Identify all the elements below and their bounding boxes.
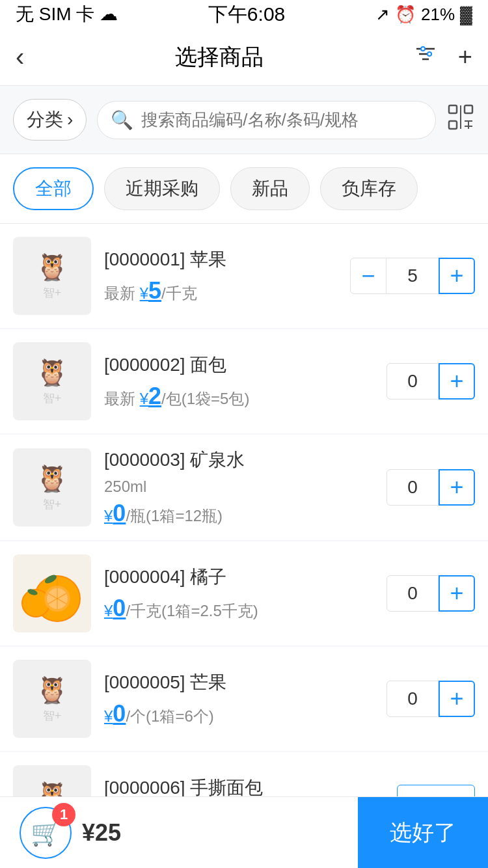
placeholder-image: 🦉 智+ xyxy=(13,660,91,738)
cart-button[interactable]: 1 🛒 xyxy=(20,807,72,859)
price-label: 最新 xyxy=(104,284,140,302)
product-price: ¥0/个(1箱=6个) xyxy=(104,700,373,727)
status-network: 无 SIM 卡 ☁ xyxy=(16,2,118,27)
owl-text: 智+ xyxy=(43,708,62,724)
quantity-input[interactable] xyxy=(386,363,439,400)
product-image: 🦉 智+ xyxy=(13,660,91,738)
price-currency: ¥ xyxy=(104,507,113,524)
cart-badge: 1 xyxy=(52,803,75,826)
product-info: [0000002] 面包 最新 ¥2/包(1袋=5包) xyxy=(104,353,373,410)
increase-button[interactable]: + xyxy=(439,363,475,400)
placeholder-image: 🦉 智+ xyxy=(13,237,91,315)
price-value: 2 xyxy=(148,383,161,409)
price-value: 5 xyxy=(148,277,161,304)
increase-button[interactable]: + xyxy=(439,575,475,612)
owl-text: 智+ xyxy=(43,390,62,406)
nav-actions: + xyxy=(414,42,472,72)
increase-button[interactable]: + xyxy=(439,681,475,717)
price-label: 最新 xyxy=(104,390,140,407)
cart-section: 1 🛒 ¥25 xyxy=(0,807,358,859)
product-price: ¥0/千克(1箱=2.5千克) xyxy=(104,595,373,622)
product-quantity: + xyxy=(386,681,475,717)
list-item: 🦉 智+ [0000002] 面包 最新 ¥2/包(1袋=5包) + xyxy=(0,329,488,433)
product-price: ¥0/瓶(1箱=12瓶) xyxy=(104,500,373,527)
product-quantity: + xyxy=(386,575,475,612)
filter-icon[interactable] xyxy=(414,42,437,72)
battery-level: 21% xyxy=(421,5,455,25)
tab-new[interactable]: 新品 xyxy=(230,167,310,210)
svg-rect-5 xyxy=(449,105,457,113)
quantity-input[interactable] xyxy=(386,575,439,612)
owl-icon: 🦉 xyxy=(36,252,68,282)
price-unit: /包(1袋=5包) xyxy=(161,390,249,407)
product-info: [0000004] 橘子 ¥0/千克(1箱=2.5千克) xyxy=(104,565,373,622)
product-quantity: + xyxy=(386,363,475,400)
product-image xyxy=(13,554,91,632)
status-time: 下午6:08 xyxy=(208,1,285,28)
product-name: [0000003] 矿泉水 xyxy=(104,448,373,472)
product-quantity: − + xyxy=(350,258,475,294)
list-item: 🦉 智+ [0000001] 苹果 最新 ¥5/千克 − + xyxy=(0,224,488,328)
orange-svg xyxy=(13,554,91,632)
search-section: 分类 › 🔍 xyxy=(0,86,488,154)
decrease-button[interactable]: − xyxy=(350,258,386,294)
quantity-input[interactable] xyxy=(386,469,439,506)
svg-rect-7 xyxy=(449,121,457,129)
cart-total: ¥25 xyxy=(82,819,121,847)
owl-text: 智+ xyxy=(43,496,62,512)
product-name: [0000005] 芒果 xyxy=(104,670,373,695)
price-value: 0 xyxy=(113,595,126,621)
tab-negative-stock[interactable]: 负库存 xyxy=(320,167,418,210)
placeholder-image: 🦉 智+ xyxy=(13,448,91,526)
page-title: 选择商品 xyxy=(175,42,264,72)
bottom-bar: 1 🛒 ¥25 选好了 xyxy=(0,796,488,868)
svg-point-3 xyxy=(421,47,425,51)
confirm-button[interactable]: 选好了 xyxy=(358,797,488,869)
product-spec: 250ml xyxy=(104,478,373,496)
price-currency: ¥ xyxy=(104,707,113,725)
back-button[interactable]: ‹ xyxy=(16,42,24,72)
quantity-input[interactable] xyxy=(386,681,439,717)
price-unit: /千克 xyxy=(161,284,197,302)
tab-all[interactable]: 全部 xyxy=(13,167,94,210)
price-value: 0 xyxy=(113,700,126,727)
product-quantity: + xyxy=(386,469,475,506)
price-currency: ¥ xyxy=(140,284,148,302)
search-input[interactable] xyxy=(141,110,422,130)
price-currency: ¥ xyxy=(140,390,148,407)
svg-point-4 xyxy=(427,52,431,56)
product-list: 🦉 智+ [0000001] 苹果 最新 ¥5/千克 − + 🦉 智+ [000… xyxy=(0,224,488,868)
product-image: 🦉 智+ xyxy=(13,342,91,420)
price-currency: ¥ xyxy=(104,602,113,619)
status-bar: 无 SIM 卡 ☁ 下午6:08 ↗ ⏰ 21% ▓ xyxy=(0,0,488,29)
svg-rect-6 xyxy=(465,105,472,113)
filter-tabs: 全部 近期采购 新品 负库存 xyxy=(0,154,488,224)
quantity-input[interactable] xyxy=(386,258,439,294)
increase-button[interactable]: + xyxy=(439,469,475,506)
owl-icon: 🦉 xyxy=(36,463,68,494)
owl-text: 智+ xyxy=(43,285,62,301)
owl-icon: 🦉 xyxy=(36,675,68,705)
scan-icon[interactable] xyxy=(446,103,475,137)
product-name: [0000001] 苹果 xyxy=(104,247,337,272)
list-item: [0000004] 橘子 ¥0/千克(1箱=2.5千克) + xyxy=(0,541,488,645)
product-name: [0000002] 面包 xyxy=(104,353,373,377)
tab-recent-purchase[interactable]: 近期采购 xyxy=(104,167,220,210)
list-item: 🦉 智+ [0000005] 芒果 ¥0/个(1箱=6个) + xyxy=(0,647,488,751)
category-button[interactable]: 分类 › xyxy=(13,99,87,141)
product-info: [0000001] 苹果 最新 ¥5/千克 xyxy=(104,247,337,305)
product-info: [0000005] 芒果 ¥0/个(1箱=6个) xyxy=(104,670,373,727)
battery-icon: ▓ xyxy=(460,5,472,25)
alarm-icon: ⏰ xyxy=(395,5,416,25)
product-name: [0000004] 橘子 xyxy=(104,565,373,590)
nav-bar: ‹ 选择商品 + xyxy=(0,29,488,86)
price-value: 0 xyxy=(113,500,126,526)
product-price: 最新 ¥2/包(1袋=5包) xyxy=(104,383,373,410)
search-icon: 🔍 xyxy=(111,109,133,131)
chevron-right-icon: › xyxy=(67,109,73,130)
owl-icon: 🦉 xyxy=(36,357,68,388)
price-unit: /千克(1箱=2.5千克) xyxy=(126,602,258,619)
category-label: 分类 xyxy=(27,107,63,132)
add-button[interactable]: + xyxy=(458,43,472,71)
increase-button[interactable]: + xyxy=(439,258,475,294)
